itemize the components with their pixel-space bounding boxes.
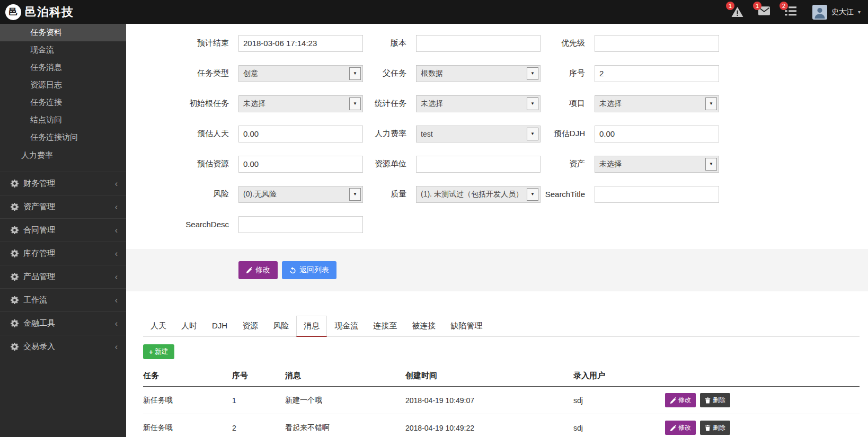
sidebar-item-label: 库存管理 (23, 248, 55, 258)
mail-icon (758, 8, 770, 17)
plus-icon: + (149, 348, 153, 356)
tab-man-hour[interactable]: 人时 (174, 316, 205, 337)
tab-man-day[interactable]: 人天 (143, 316, 174, 337)
avatar (812, 5, 827, 20)
tab-resource[interactable]: 资源 (235, 316, 265, 337)
gear-icon (11, 296, 19, 304)
resource-unit-label: 资源单位 (363, 159, 416, 169)
sidebar-item-resource-log[interactable]: 资源日志 (0, 76, 126, 94)
alert-button[interactable]: 1 (731, 6, 743, 17)
sidebar-item-label: 产品管理 (23, 272, 55, 282)
dropdown-arrow-icon: ▼ (527, 67, 538, 80)
sidebar-item-finance-mgmt[interactable]: 财务管理‹ (0, 172, 126, 195)
estimated-days-input[interactable] (238, 126, 363, 142)
risk-select[interactable]: (0).无风险▼ (238, 186, 363, 203)
search-title-input[interactable] (595, 186, 719, 203)
sidebar-item-task-link-access[interactable]: 任务连接访问 (0, 129, 126, 146)
estimated-djh-input[interactable] (595, 126, 719, 142)
gear-icon (11, 319, 19, 327)
user-menu[interactable]: 史大江 ▾ (812, 5, 861, 20)
selected-value: 未选择 (243, 99, 265, 109)
brand-logo-icon: 邑 (5, 4, 21, 20)
dropdown-arrow-icon: ▼ (349, 67, 361, 80)
row-delete-button[interactable]: 删除 (700, 393, 730, 407)
sidebar-item-trade-entry[interactable]: 交易录入‹ (0, 335, 126, 358)
tab-linked-by[interactable]: 被连接 (404, 316, 443, 337)
gear-icon (11, 203, 19, 211)
tab-defect-mgmt[interactable]: 缺陷管理 (443, 316, 490, 337)
chevron-left-icon: ‹ (115, 202, 118, 212)
risk-label: 风险 (126, 189, 238, 199)
main-content: 预计结束版本优先级任务类型创意▼父任务根数据▼序号初始根任务未选择▼统计任务未选… (126, 24, 868, 437)
row-edit-button[interactable]: 修改 (665, 393, 696, 407)
col-header-user: 录入用户 (573, 365, 665, 387)
sidebar-item-node-access[interactable]: 结点访问 (0, 111, 126, 129)
sidebar-item-label: 工作流 (23, 295, 47, 305)
expected-end-input[interactable] (238, 35, 363, 52)
form-row: 风险(0).无风险▼质量(1). 未测试过（包括开发人员）▼SearchTitl… (126, 179, 868, 209)
col-header-actions (665, 365, 860, 387)
sidebar-item-task-info[interactable]: 任务资料 (0, 24, 126, 41)
sidebar-item-task-message[interactable]: 任务消息 (0, 59, 126, 76)
new-button[interactable]: + 新建 (143, 344, 174, 359)
list-button[interactable]: 2 (785, 6, 796, 17)
sidebar-item-asset-mgmt[interactable]: 资产管理‹ (0, 195, 126, 218)
dropdown-arrow-icon: ▼ (349, 188, 361, 201)
search-desc-label: SearchDesc (126, 220, 238, 229)
project-select[interactable]: 未选择▼ (595, 95, 719, 112)
chevron-left-icon: ‹ (115, 272, 118, 282)
table-row: 新任务哦2看起来不错啊2018-04-19 10:49:22sdj修改删除 (143, 414, 860, 437)
col-header-message: 消息 (285, 365, 405, 387)
estimated-days-label: 预估人天 (126, 129, 238, 139)
task-type-select[interactable]: 创意▼ (238, 65, 363, 82)
notification-badge: 2 (780, 2, 788, 10)
sidebar-item-workflow[interactable]: 工作流‹ (0, 288, 126, 311)
parent-task-label: 父任务 (363, 68, 416, 78)
back-to-list-button[interactable]: 返回列表 (282, 261, 336, 279)
sidebar-item-label: 合同管理 (23, 225, 55, 235)
topbar-right: 112 史大江 ▾ (731, 5, 861, 20)
mail-button[interactable]: 1 (758, 6, 770, 17)
sidebar-item-contract-mgmt[interactable]: 合同管理‹ (0, 218, 126, 242)
resource-unit-input[interactable] (416, 156, 541, 173)
edit-button[interactable]: 修改 (238, 261, 278, 279)
parent-task-select[interactable]: 根数据▼ (416, 65, 541, 82)
priority-input[interactable] (595, 35, 719, 52)
sidebar-item-labor-rate[interactable]: 人力费率 (0, 146, 126, 164)
version-input[interactable] (416, 35, 541, 52)
search-desc-input[interactable] (238, 216, 363, 233)
brand[interactable]: 邑 邑泊科技 (5, 4, 74, 20)
stats-task-select[interactable]: 未选择▼ (416, 95, 541, 112)
tab-cashflow[interactable]: 现金流 (327, 316, 366, 337)
sequence-input[interactable] (595, 65, 719, 82)
form-row: 预计结束版本优先级 (126, 28, 868, 58)
cell-created: 2018-04-19 10:49:22 (405, 414, 573, 437)
asset-select[interactable]: 未选择▼ (595, 156, 719, 173)
detail-tabs: 人天人时DJH资源风险消息现金流连接至被连接缺陷管理 (143, 316, 860, 337)
notification-badge: 1 (726, 2, 734, 10)
estimated-djh-label: 预估DJH (541, 129, 595, 139)
priority-label: 优先级 (541, 38, 595, 48)
notification-badge: 1 (753, 2, 761, 10)
form-row: 预估人天人力费率test▼预估DJH (126, 119, 868, 149)
tab-message[interactable]: 消息 (296, 316, 327, 337)
project-label: 项目 (541, 99, 595, 109)
tab-link-to[interactable]: 连接至 (366, 316, 404, 337)
form-actions: 修改 返回列表 (126, 249, 868, 291)
sidebar-item-cashflow[interactable]: 现金流 (0, 41, 126, 59)
tab-djh[interactable]: DJH (205, 316, 235, 337)
sidebar-item-task-link[interactable]: 任务连接 (0, 94, 126, 111)
sidebar-item-finance-tools[interactable]: 金融工具‹ (0, 311, 126, 335)
dropdown-arrow-icon: ▼ (349, 97, 361, 110)
gear-icon (11, 226, 19, 234)
sidebar-item-product-mgmt[interactable]: 产品管理‹ (0, 265, 126, 288)
tab-risk[interactable]: 风险 (265, 316, 296, 337)
estimated-resource-input[interactable] (238, 156, 363, 173)
initial-root-task-select[interactable]: 未选择▼ (238, 95, 363, 112)
row-delete-button[interactable]: 删除 (700, 421, 730, 435)
selected-value: 未选择 (599, 159, 622, 169)
sidebar-item-inventory-mgmt[interactable]: 库存管理‹ (0, 242, 126, 265)
row-edit-button[interactable]: 修改 (665, 421, 696, 435)
quality-select[interactable]: (1). 未测试过（包括开发人员）▼ (416, 186, 541, 203)
labor-rate-select[interactable]: test▼ (416, 126, 541, 142)
